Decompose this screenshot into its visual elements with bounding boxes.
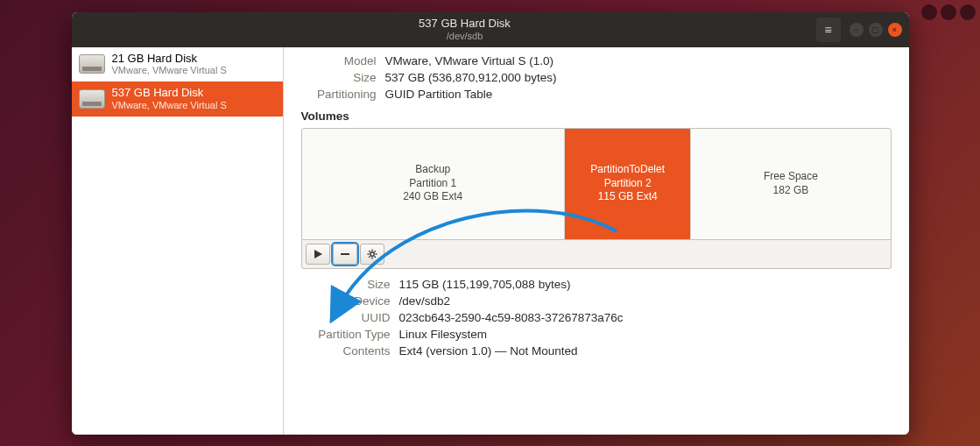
model-value: VMware, VMware Virtual S (1.0)	[385, 54, 892, 67]
detail-size-label: Size	[301, 278, 399, 291]
disk-desc: VMware, VMware Virtual S	[112, 65, 227, 76]
hard-disk-icon	[79, 54, 105, 74]
detail-device-value: /dev/sdb2	[399, 294, 892, 308]
disk-desc: VMware, VMware Virtual S	[112, 100, 227, 111]
volume-name: Free Space	[764, 170, 818, 184]
detail-uuid-value: 023cb643-2590-4c59-8083-37267873a76c	[399, 311, 892, 324]
disk-name: 21 GB Hard Disk	[112, 53, 227, 66]
main-panel: ModelVMware, VMware Virtual S (1.0) Size…	[284, 47, 909, 435]
volume-toolbar	[301, 240, 892, 269]
volume-size: 240 GB Ext4	[403, 190, 462, 204]
titlebar: 537 GB Hard Disk /dev/sdb ≡ – ▢ ×	[72, 12, 909, 47]
partition-details: Size115 GB (115,199,705,088 bytes) Devic…	[301, 278, 892, 358]
detail-size-value: 115 GB (115,199,705,088 bytes)	[399, 278, 892, 291]
gear-icon	[367, 249, 377, 259]
maximize-button[interactable]: ▢	[869, 23, 883, 37]
svg-line-8	[369, 256, 370, 257]
volume-size: 182 GB	[773, 184, 809, 198]
disk-name: 537 GB Hard Disk	[112, 87, 227, 100]
minus-icon	[340, 249, 350, 259]
sidebar-disk-item[interactable]: 21 GB Hard Disk VMware, VMware Virtual S	[72, 47, 283, 82]
detail-ptype-label: Partition Type	[301, 328, 399, 341]
volumes-diagram: Backup Partition 1 240 GB Ext4 Partition…	[301, 128, 892, 240]
detail-contents-label: Contents	[301, 344, 399, 358]
volumes-heading: Volumes	[301, 110, 892, 123]
volume-options-button[interactable]	[360, 244, 384, 265]
volume-block[interactable]: Free Space 182 GB	[691, 129, 890, 239]
minimize-button[interactable]: –	[850, 23, 864, 37]
mount-button[interactable]	[306, 244, 330, 265]
svg-rect-0	[341, 253, 349, 255]
close-button[interactable]: ×	[888, 23, 902, 37]
disk-sidebar: 21 GB Hard Disk VMware, VMware Virtual S…	[72, 47, 284, 435]
detail-uuid-label: UUID	[301, 311, 399, 324]
partitioning-label: Partitioning	[301, 88, 385, 101]
volume-block[interactable]: PartitionToDelet Partition 2 115 GB Ext4	[565, 129, 691, 239]
partitioning-value: GUID Partition Table	[385, 88, 892, 101]
volume-partition: Partition 2	[604, 177, 652, 191]
volume-partition: Partition 1	[409, 177, 456, 191]
sidebar-disk-item[interactable]: 537 GB Hard Disk VMware, VMware Virtual …	[72, 81, 283, 117]
hard-disk-icon	[79, 89, 105, 109]
size-value: 537 GB (536,870,912,000 bytes)	[385, 71, 892, 84]
delete-partition-button[interactable]	[333, 244, 357, 265]
volume-name: Backup	[415, 163, 450, 177]
svg-line-7	[374, 256, 375, 257]
desktop-indicators	[921, 4, 976, 20]
window-subtitle: /dev/sdb	[114, 31, 816, 43]
detail-contents-value: Ext4 (version 1.0) — Not Mounted	[399, 344, 892, 358]
volume-name: PartitionToDelet	[590, 163, 665, 177]
window-controls: – ▢ ×	[850, 23, 902, 37]
window-title: 537 GB Hard Disk	[114, 17, 816, 31]
svg-line-9	[374, 251, 375, 251]
hamburger-menu-button[interactable]: ≡	[816, 18, 841, 42]
disks-window: 537 GB Hard Disk /dev/sdb ≡ – ▢ × 21 GB …	[72, 12, 909, 435]
play-icon	[313, 249, 323, 259]
svg-line-6	[369, 251, 370, 251]
titlebar-title-block: 537 GB Hard Disk /dev/sdb	[114, 17, 816, 43]
detail-ptype-value: Linux Filesystem	[399, 328, 892, 341]
model-label: Model	[301, 54, 385, 67]
size-label: Size	[301, 71, 385, 84]
volume-block[interactable]: Backup Partition 1 240 GB Ext4	[302, 129, 565, 239]
volume-size: 115 GB Ext4	[598, 190, 658, 204]
svg-point-1	[370, 251, 373, 255]
detail-device-label: Device	[301, 294, 399, 308]
